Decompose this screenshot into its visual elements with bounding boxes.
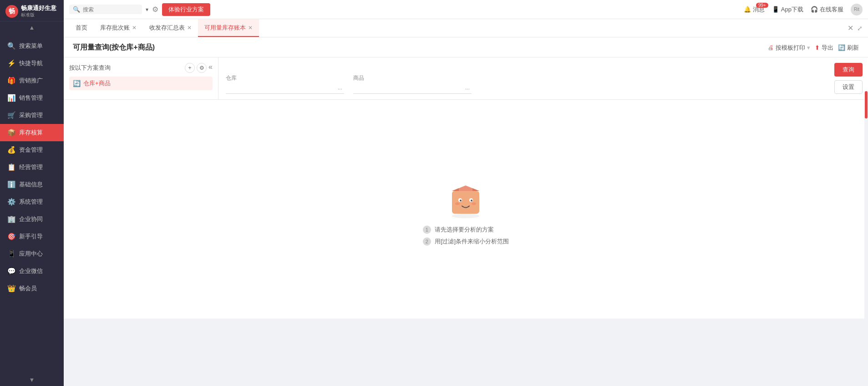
svg-marker-2: [452, 188, 459, 191]
clipboard-icon: 📋: [7, 163, 15, 171]
sidebar-scroll-up[interactable]: ▲: [0, 21, 64, 34]
sidebar-item-enterprise[interactable]: 🏢 企业协同: [0, 211, 64, 228]
refresh-btn[interactable]: 🔄 刷新: [838, 44, 859, 52]
notification-btn[interactable]: 🔔 消息 99+: [744, 5, 765, 14]
industry-btn[interactable]: 体验行业方案: [162, 3, 210, 16]
sidebar-item-label: 采购管理: [19, 111, 43, 119]
refresh-icon: 🔄: [838, 44, 845, 51]
tab-summary-close[interactable]: ✕: [187, 25, 192, 31]
empty-illustration: [443, 173, 488, 218]
empty-tip-2: 2 用[过滤]条件来缩小分析范围: [423, 237, 509, 246]
tab-close-btn[interactable]: ✕: [848, 24, 853, 32]
user-menu-btn[interactable]: Rit: [851, 4, 863, 15]
sidebar-item-finance[interactable]: 💰 资金管理: [0, 141, 64, 159]
service-label: 在线客服: [820, 5, 843, 14]
sidebar-item-wechat[interactable]: 💬 企业微信: [0, 262, 64, 280]
sidebar-item-app[interactable]: 📱 应用中心: [0, 245, 64, 262]
sidebar-item-label: 应用中心: [19, 250, 43, 258]
sidebar-item-basic[interactable]: ℹ️ 基础信息: [0, 176, 64, 193]
tab-home[interactable]: 首页: [69, 19, 94, 37]
filter-scheme-item[interactable]: 🔄 仓库+商品: [69, 77, 213, 90]
sidebar-item-sales[interactable]: 📊 销售管理: [0, 89, 64, 107]
tab-home-label: 首页: [76, 24, 87, 32]
box-icon: 📦: [7, 129, 15, 137]
sidebar: 畅 畅康通好生意 标准版 ▲ 🔍 搜索菜单 ⚡ 快捷导航 🎁 营销推广: [0, 0, 64, 386]
mobile-icon: 📱: [772, 6, 779, 13]
filter-area: 按以下方案查询 + ⚙ « 🔄 仓库+商品 仓: [64, 57, 868, 100]
goods-input[interactable]: [355, 85, 463, 92]
sidebar-item-label: 营销推广: [19, 77, 43, 85]
warehouse-label: 仓库: [226, 74, 344, 82]
export-btn[interactable]: ⬆ 导出: [815, 44, 833, 52]
avatar: Rit: [851, 4, 863, 15]
print-label: 按模板打印: [776, 44, 805, 52]
sidebar-item-label: 系统管理: [19, 198, 43, 206]
svg-point-6: [460, 200, 462, 201]
right-scrollbar[interactable]: [864, 91, 868, 386]
filter-section-actions: + ⚙ «: [185, 63, 213, 73]
online-service-btn[interactable]: 🎧 在线客服: [811, 5, 843, 14]
search-input[interactable]: [83, 6, 138, 13]
sidebar-subtitle: 标准版: [21, 12, 56, 18]
money-icon: 💰: [7, 146, 15, 154]
sidebar-item-purchase[interactable]: 🛒 采购管理: [0, 107, 64, 124]
gear-icon: ⚙️: [7, 198, 15, 206]
topbar: 🔍 ▾ ⚙ 体验行业方案 🔔 消息 99+ 📱 App下载 🎧: [64, 0, 868, 19]
goods-label: 商品: [353, 74, 472, 82]
svg-point-9: [472, 202, 476, 205]
print-btn[interactable]: 🖨 按模板打印 ▾: [768, 44, 810, 52]
print-icon: 🖨: [768, 44, 774, 51]
filter-right: 仓库 ··· 商品 ···: [218, 57, 829, 99]
info-icon: ℹ️: [7, 180, 15, 189]
tab-available-close[interactable]: ✕: [248, 25, 253, 31]
scrollbar-thumb: [865, 91, 868, 118]
sidebar-item-label: 资金管理: [19, 146, 43, 154]
export-icon: ⬆: [815, 44, 820, 51]
sidebar-item-guide[interactable]: 🎯 新手引导: [0, 228, 64, 245]
tab-batch[interactable]: 库存批次账 ✕: [94, 19, 143, 37]
warehouse-input[interactable]: [228, 85, 336, 92]
sidebar-item-shortcut[interactable]: ⚡ 快捷导航: [0, 55, 64, 72]
sidebar-item-marketing[interactable]: 🎁 营销推广: [0, 72, 64, 89]
sidebar-item-system[interactable]: ⚙️ 系统管理: [0, 193, 64, 211]
headset-icon: 🎧: [811, 6, 818, 13]
tab-summary[interactable]: 收发存汇总表 ✕: [143, 19, 198, 37]
sidebar-item-inventory[interactable]: 📦 库存核算: [0, 124, 64, 141]
warehouse-more-icon[interactable]: ···: [338, 86, 342, 92]
tab-batch-close[interactable]: ✕: [132, 25, 137, 31]
svg-point-8: [455, 202, 460, 205]
sidebar-item-operation[interactable]: 📋 经营管理: [0, 159, 64, 176]
tip-text-2: 用[过滤]条件来缩小分析范围: [435, 237, 509, 246]
app-download-btn[interactable]: 📱 App下载: [772, 5, 803, 14]
query-button[interactable]: 查询: [834, 63, 863, 77]
tabs-bar: 首页 库存批次账 ✕ 收发存汇总表 ✕ 可用量库存账本 ✕ ✕ ⤢: [64, 19, 868, 37]
sidebar-title: 畅康通好生意: [21, 5, 56, 12]
sidebar-item-label: 库存核算: [19, 129, 43, 137]
filter-collapse-btn[interactable]: «: [208, 63, 213, 73]
filter-goods-field: 商品 ···: [353, 74, 472, 94]
setting-button[interactable]: 设置: [834, 80, 863, 94]
goods-more-icon[interactable]: ···: [465, 86, 470, 92]
sidebar-item-label: 基础信息: [19, 180, 43, 189]
sidebar-item-member[interactable]: 👑 畅会员: [0, 280, 64, 297]
sidebar-item-search[interactable]: 🔍 搜索菜单: [0, 37, 64, 55]
sidebar-scroll-down[interactable]: ▼: [0, 374, 64, 386]
tabs-bar-actions: ✕ ⤢: [848, 24, 863, 32]
sidebar-item-label: 搜索菜单: [19, 42, 43, 50]
filter-settings-btn[interactable]: ⚙: [197, 63, 207, 73]
mobile-icon: 📱: [7, 250, 15, 258]
settings-icon[interactable]: ⚙: [152, 5, 158, 14]
chevron-down-icon: ▾: [146, 6, 148, 13]
filter-add-btn[interactable]: +: [185, 63, 195, 73]
print-dropdown-icon: ▾: [807, 44, 810, 51]
tab-available[interactable]: 可用量库存账本 ✕: [198, 19, 259, 37]
notification-badge: 99+: [756, 3, 768, 8]
page-header-actions: 🖨 按模板打印 ▾ ⬆ 导出 🔄 刷新: [768, 44, 859, 52]
tab-expand-btn[interactable]: ⤢: [857, 25, 863, 32]
goods-input-wrapper: ···: [353, 84, 472, 94]
scheme-icon: 🔄: [73, 80, 81, 87]
topbar-search-box[interactable]: 🔍: [69, 5, 142, 14]
sidebar-item-label: 经营管理: [19, 163, 43, 171]
topbar-dropdown[interactable]: ▾: [146, 6, 148, 13]
sidebar-item-label: 销售管理: [19, 94, 43, 102]
